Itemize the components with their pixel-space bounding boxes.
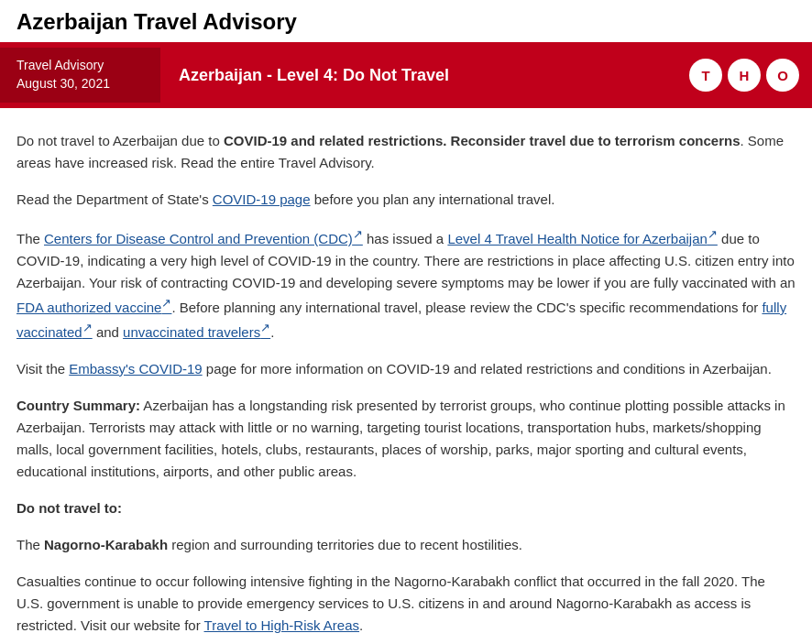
- embassy-link[interactable]: Embassy's COVID-19: [69, 361, 202, 377]
- advisory-icon-o: O: [766, 59, 799, 92]
- casualties-paragraph: Casualties continue to occur following i…: [16, 571, 796, 637]
- ext-icon-cdc: ↗: [353, 228, 363, 241]
- main-content: Do not travel to Azerbaijan due to COVID…: [0, 108, 812, 644]
- covid-suffix: before you plan any international travel…: [311, 191, 555, 207]
- covid-page-link[interactable]: COVID-19 page: [213, 191, 311, 207]
- country-summary-label: Country Summary:: [16, 398, 140, 413]
- cdc-period: .: [270, 324, 274, 340]
- cdc-before-planning: . Before planning any international trav…: [171, 300, 762, 315]
- country-summary-paragraph: Country Summary: Azerbaijan has a longst…: [16, 395, 796, 483]
- nagorno-paragraph: The Nagorno-Karabakh region and surround…: [16, 534, 796, 556]
- nagorno-bold: Nagorno-Karabakh: [44, 537, 168, 552]
- advisory-label-line1: Travel Advisory: [16, 57, 110, 75]
- advisory-banner: Travel Advisory August 30, 2021 Azerbaij…: [0, 42, 812, 108]
- advisory-label: Travel Advisory August 30, 2021: [0, 48, 160, 102]
- embassy-prefix: Visit the: [16, 361, 69, 377]
- high-risk-link[interactable]: Travel to High-Risk Areas: [204, 617, 360, 633]
- cdc-paragraph: The Centers for Disease Control and Prev…: [16, 225, 796, 344]
- page-title: Azerbaijan Travel Advisory: [0, 0, 812, 42]
- covid-page-paragraph: Read the Department of State's COVID-19 …: [16, 189, 796, 211]
- casualties-suffix: .: [359, 617, 363, 633]
- nagorno-suffix: region and surrounding territories due t…: [168, 537, 522, 552]
- do-not-travel-heading: Do not travel to:: [16, 497, 796, 519]
- advisory-icons: T H O: [676, 49, 812, 101]
- level4-link[interactable]: Level 4 Travel Health Notice for Azerbai…: [447, 231, 717, 246]
- unvaccinated-link[interactable]: unvaccinated travelers↗: [123, 324, 270, 340]
- cdc-and: and: [93, 324, 123, 340]
- ext-icon-fully: ↗: [82, 322, 93, 334]
- casualties-text: Casualties continue to occur following i…: [16, 573, 765, 633]
- advisory-label-line2: August 30, 2021: [16, 75, 110, 93]
- advisory-level-text: Azerbaijan - Level 4: Do Not Travel: [160, 57, 676, 94]
- embassy-suffix: page for more information on COVID-19 an…: [203, 361, 772, 377]
- ext-icon-unvaccinated: ↗: [260, 322, 270, 334]
- advisory-icon-t: T: [689, 59, 722, 92]
- intro-paragraph: Do not travel to Azerbaijan due to COVID…: [16, 130, 796, 174]
- cdc-issued: has issued a: [363, 231, 448, 246]
- nagorno-prefix: The: [16, 537, 44, 552]
- cdc-link[interactable]: Centers for Disease Control and Preventi…: [44, 231, 363, 246]
- intro-prefix: Do not travel to Azerbaijan due to: [16, 133, 224, 148]
- advisory-icon-h: H: [728, 59, 761, 92]
- embassy-paragraph: Visit the Embassy's COVID-19 page for mo…: [16, 358, 796, 380]
- ext-icon-level4: ↗: [708, 228, 718, 241]
- ext-icon-fda: ↗: [161, 297, 171, 310]
- fda-link[interactable]: FDA authorized vaccine↗: [16, 300, 171, 315]
- intro-bold: COVID-19 and related restrictions. Recon…: [224, 133, 741, 148]
- covid-prefix: Read the Department of State's: [16, 191, 213, 207]
- cdc-text-prefix: The: [16, 231, 44, 246]
